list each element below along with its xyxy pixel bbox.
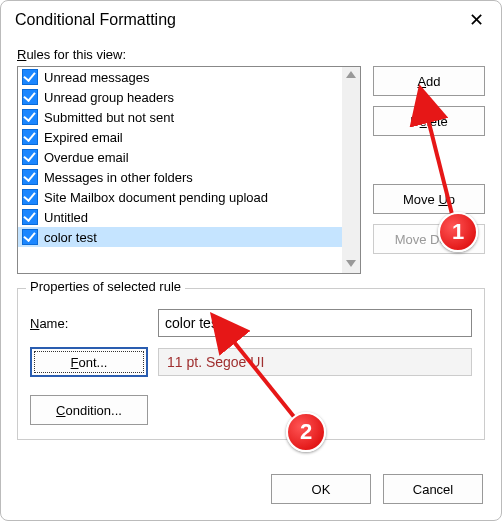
checkbox[interactable] [22, 229, 38, 245]
rule-label: Unread group headers [44, 90, 174, 105]
checkbox[interactable] [22, 209, 38, 225]
scrollbar[interactable] [342, 67, 360, 273]
rule-label: Overdue email [44, 150, 129, 165]
rule-item[interactable]: Messages in other folders [18, 167, 342, 187]
move-up-button[interactable]: Move Up [373, 184, 485, 214]
rules-label: Rules for this view: [17, 47, 485, 62]
rule-item[interactable]: Unread messages [18, 67, 342, 87]
rule-item[interactable]: Unread group headers [18, 87, 342, 107]
name-label: Name: [30, 316, 148, 331]
checkbox[interactable] [22, 189, 38, 205]
checkbox[interactable] [22, 69, 38, 85]
add-button[interactable]: Add [373, 66, 485, 96]
rules-listbox[interactable]: Unread messagesUnread group headersSubmi… [17, 66, 361, 274]
rule-label: color test [44, 230, 97, 245]
conditional-formatting-dialog: Conditional Formatting ✕ Rules for this … [0, 0, 502, 521]
dialog-footer: OK Cancel [1, 460, 501, 520]
rule-item[interactable]: Overdue email [18, 147, 342, 167]
checkbox[interactable] [22, 109, 38, 125]
close-button[interactable]: ✕ [463, 9, 489, 31]
title-bar: Conditional Formatting ✕ [1, 1, 501, 35]
delete-button[interactable]: Delete [373, 106, 485, 136]
condition-button[interactable]: Condition... [30, 395, 148, 425]
dialog-title: Conditional Formatting [15, 11, 176, 29]
rule-item[interactable]: Submitted but not sent [18, 107, 342, 127]
group-title: Properties of selected rule [26, 279, 185, 294]
rule-label: Messages in other folders [44, 170, 193, 185]
font-preview: 11 pt. Segoe UI [158, 348, 472, 376]
checkbox[interactable] [22, 149, 38, 165]
rule-item[interactable]: color test [18, 227, 342, 247]
move-down-button: Move Down [373, 224, 485, 254]
rule-label: Unread messages [44, 70, 150, 85]
scroll-down-icon[interactable] [346, 260, 356, 267]
rule-label: Site Mailbox document pending upload [44, 190, 268, 205]
rule-item[interactable]: Untitled [18, 207, 342, 227]
checkbox[interactable] [22, 89, 38, 105]
rule-item[interactable]: Expired email [18, 127, 342, 147]
font-button[interactable]: Font... [30, 347, 148, 377]
checkbox[interactable] [22, 129, 38, 145]
name-input[interactable] [158, 309, 472, 337]
scroll-up-icon[interactable] [346, 71, 356, 78]
properties-group: Properties of selected rule Name: Font..… [17, 288, 485, 440]
cancel-button[interactable]: Cancel [383, 474, 483, 504]
dialog-content: Rules for this view: Unread messagesUnre… [1, 35, 501, 460]
rule-item[interactable]: Site Mailbox document pending upload [18, 187, 342, 207]
rule-label: Untitled [44, 210, 88, 225]
side-button-group: Add Delete Move Up Move Down [373, 66, 485, 274]
rule-label: Submitted but not sent [44, 110, 174, 125]
ok-button[interactable]: OK [271, 474, 371, 504]
checkbox[interactable] [22, 169, 38, 185]
rule-label: Expired email [44, 130, 123, 145]
